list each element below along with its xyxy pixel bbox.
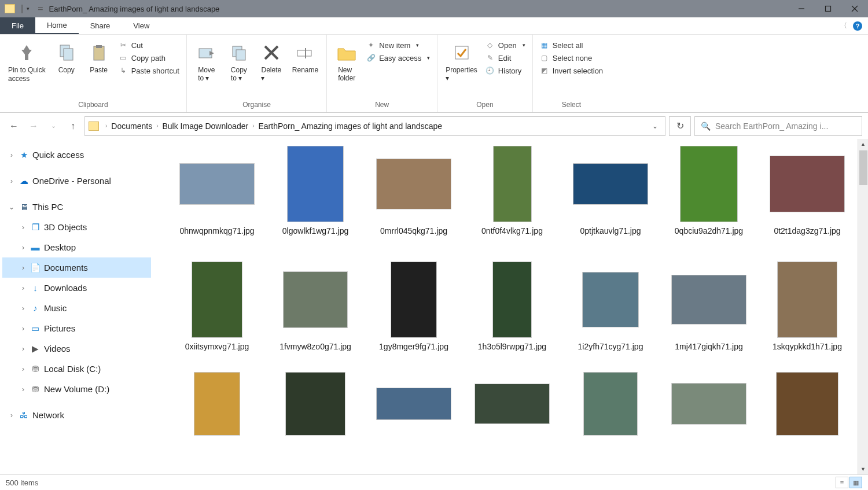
chevron-down-icon[interactable]: ⌄	[8, 203, 15, 211]
tree-videos[interactable]: ›▶Videos	[2, 338, 151, 359]
tree-music[interactable]: ›♪Music	[2, 298, 151, 318]
scrollbar[interactable]: ▲ ▼	[858, 139, 868, 474]
scroll-down-icon[interactable]: ▼	[858, 464, 868, 474]
home-tab[interactable]: Home	[35, 17, 79, 34]
copy-path-button[interactable]: ▭Copy path	[119, 53, 179, 62]
properties-button[interactable]: Properties▾	[441, 38, 482, 82]
content-pane: 0hnwqpnmkqg71.jpg0lgowlkf1wg71.jpg0mrrl0…	[153, 139, 868, 474]
address-dropdown-icon[interactable]: ⌄	[649, 122, 661, 130]
easy-access-button[interactable]: 🔗Easy access▾	[366, 53, 430, 62]
file-item[interactable]: 0qbciu9a2dh71.jpg	[663, 145, 755, 260]
search-box[interactable]: 🔍 Search EarthPorn_ Amazing i...	[694, 116, 862, 136]
back-button[interactable]: ←	[6, 118, 22, 134]
chevron-right-icon[interactable]: ›	[8, 151, 15, 159]
file-item[interactable]	[663, 364, 755, 445]
copy-button[interactable]: Copy	[50, 38, 83, 74]
file-item[interactable]: 0hnwqpnmkqg71.jpg	[171, 145, 263, 260]
file-item[interactable]	[466, 364, 558, 445]
file-item[interactable]: 1skqypkkd1h71.jpg	[761, 260, 854, 364]
chevron-right-icon[interactable]: ›	[20, 304, 27, 312]
file-item[interactable]: 0lgowlkf1wg71.jpg	[269, 145, 362, 260]
paste-shortcut-button[interactable]: ↳Paste shortcut	[119, 66, 179, 75]
collapse-ribbon-icon[interactable]: 〈	[840, 21, 847, 31]
qat-dropdown-icon[interactable]: ▾	[27, 6, 30, 12]
select-none-button[interactable]: ▢Select none	[540, 53, 603, 62]
up-button[interactable]: ↑	[65, 118, 81, 134]
select-all-button[interactable]: ▦Select all	[540, 40, 603, 50]
forward-button[interactable]: →	[25, 118, 42, 134]
file-item[interactable]: 1i2yfh71cyg71.jpg	[564, 260, 657, 364]
details-view-button[interactable]: ≡	[836, 477, 848, 488]
chevron-right-icon[interactable]: ›	[20, 385, 27, 393]
chevron-right-icon[interactable]: ›	[20, 325, 27, 333]
maximize-button[interactable]	[815, 0, 841, 17]
delete-button[interactable]: Delete▾	[255, 38, 288, 82]
tree-3d-objects[interactable]: ›❒3D Objects	[2, 217, 151, 237]
pin-to-quick-access-button[interactable]: Pin to Quickaccess	[3, 38, 50, 83]
tree-new-volume-d[interactable]: ›⛃New Volume (D:)	[2, 379, 151, 399]
tree-this-pc[interactable]: ⌄🖥This PC	[2, 197, 151, 217]
cut-button[interactable]: ✂Cut	[119, 40, 179, 50]
chevron-right-icon[interactable]: ›	[20, 345, 27, 353]
paste-button[interactable]: Paste	[83, 38, 115, 74]
tree-onedrive[interactable]: ›☁OneDrive - Personal	[2, 171, 151, 191]
chevron-right-icon[interactable]: ›	[20, 223, 27, 231]
chevron-right-icon[interactable]: ›	[8, 411, 15, 419]
file-item[interactable]: 1fvmyw8zo0g71.jpg	[269, 260, 362, 364]
scroll-up-icon[interactable]: ▲	[858, 139, 868, 149]
file-item[interactable]	[761, 364, 854, 445]
file-item[interactable]: 0t2t1dag3zg71.jpg	[761, 145, 854, 260]
view-tab[interactable]: View	[122, 17, 161, 34]
pin-label: Pin to Quickaccess	[8, 66, 46, 83]
minimize-button[interactable]	[788, 0, 815, 17]
file-item[interactable]	[269, 364, 362, 445]
file-item[interactable]	[564, 364, 657, 445]
address-bar[interactable]: › Documents › Bulk Image Downloader › Ea…	[84, 116, 665, 136]
recent-locations-button[interactable]: ⌄	[45, 118, 61, 134]
help-icon[interactable]: ?	[853, 21, 862, 31]
edit-button[interactable]: ✎Edit	[486, 53, 525, 62]
refresh-button[interactable]: ↻	[669, 116, 691, 136]
thumbnails-view-button[interactable]: ▦	[849, 477, 862, 488]
tree-label: Downloads	[44, 283, 87, 293]
tree-downloads[interactable]: ›↓Downloads	[2, 278, 151, 298]
file-item[interactable]	[367, 364, 460, 445]
breadcrumb[interactable]: EarthPorn_ Amazing images of light and l…	[258, 121, 442, 131]
chevron-right-icon[interactable]: ›	[154, 123, 160, 129]
scroll-thumb[interactable]	[859, 150, 867, 185]
chevron-right-icon[interactable]: ›	[20, 244, 27, 252]
tree-pictures[interactable]: ›▭Pictures	[2, 318, 151, 338]
tree-network[interactable]: ›🖧Network	[2, 405, 151, 425]
copy-to-button[interactable]: Copyto ▾	[223, 38, 255, 82]
file-item[interactable]: 1gy8mger9fg71.jpg	[367, 260, 460, 364]
new-item-button[interactable]: ✦New item▾	[366, 40, 430, 50]
breadcrumb[interactable]: Documents	[111, 121, 152, 131]
file-item[interactable]	[171, 364, 263, 445]
chevron-right-icon[interactable]: ›	[250, 123, 256, 129]
file-item[interactable]: 0xiitsymxvg71.jpg	[171, 260, 263, 364]
tree-documents[interactable]: ›📄Documents	[2, 257, 151, 278]
file-item[interactable]: 0ptjtkauvlg71.jpg	[564, 145, 657, 260]
chevron-right-icon[interactable]: ›	[103, 123, 109, 129]
invert-selection-button[interactable]: ◩Invert selection	[540, 66, 603, 75]
tree-quick-access[interactable]: ›★Quick access	[2, 145, 151, 165]
move-to-button[interactable]: Moveto ▾	[190, 38, 223, 82]
rename-button[interactable]: Rename	[288, 38, 323, 74]
breadcrumb[interactable]: Bulk Image Downloader	[163, 121, 249, 131]
chevron-right-icon[interactable]: ›	[20, 264, 27, 272]
tree-local-disk-c[interactable]: ›⛃Local Disk (C:)	[2, 359, 151, 379]
file-item[interactable]: 0mrrl045qkg71.jpg	[367, 145, 460, 260]
tree-desktop[interactable]: ›▬Desktop	[2, 237, 151, 257]
chevron-right-icon[interactable]: ›	[20, 284, 27, 292]
open-button[interactable]: ◇Open▾	[486, 40, 525, 50]
chevron-right-icon[interactable]: ›	[20, 365, 27, 373]
close-button[interactable]	[841, 0, 868, 17]
share-tab[interactable]: Share	[79, 17, 122, 34]
chevron-right-icon[interactable]: ›	[8, 177, 15, 185]
new-folder-button[interactable]: Newfolder	[330, 38, 363, 82]
history-button[interactable]: 🕘History	[486, 66, 525, 75]
file-item[interactable]: 0ntf0f4vlkg71.jpg	[466, 145, 558, 260]
file-item[interactable]: 1mj417giqkh71.jpg	[663, 260, 755, 364]
file-tab[interactable]: File	[0, 17, 35, 34]
file-item[interactable]: 1h3o5l9rwpg71.jpg	[466, 260, 558, 364]
